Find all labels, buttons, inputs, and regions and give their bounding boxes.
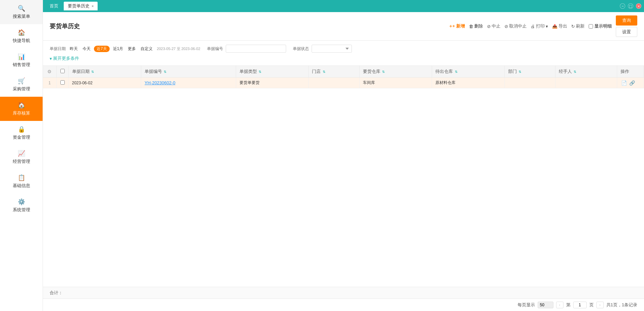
print-button[interactable]: 🖨 打印 ▾ — [531, 23, 548, 29]
table-header-row: ⚙ 单据日期 ⇅ 单据编号 ⇅ — [43, 66, 644, 78]
per-page-select[interactable]: 50 10 20 100 — [538, 302, 553, 308]
sidebar-item-finance-mgmt[interactable]: 🔒 资金管理 — [0, 121, 43, 145]
chart-icon: 📊 — [18, 53, 25, 60]
doc-number-filter-section: 单据编号 — [207, 45, 286, 53]
th-pending-warehouse[interactable]: 待出仓库 ⇅ — [432, 66, 505, 78]
doc-number-input[interactable] — [226, 45, 286, 53]
row-doc-number[interactable]: YH-20230602-0 — [141, 78, 236, 88]
filter-area: 单据日期 昨天 今天 近7天 近1月 更多 自定义 2023-05-27 至 2… — [43, 41, 644, 66]
sidebar-item-sales-mgmt[interactable]: 📊 销售管理 — [0, 48, 43, 73]
row-operations: 📄 🔗 — [617, 78, 644, 88]
total-label: 共1页，1条记录 — [606, 302, 637, 308]
tab-close-icon[interactable]: × — [92, 4, 94, 8]
table-row: 1 2023-06-02 YH-20230602-0 要货单要货 车间库 原材料… — [43, 78, 644, 88]
sidebar-item-label: 库存核算 — [13, 110, 30, 116]
th-doc-date[interactable]: 单据日期 ⇅ — [68, 66, 141, 78]
filter-row: 单据日期 昨天 今天 近7天 近1月 更多 自定义 2023-05-27 至 2… — [50, 45, 637, 53]
chevron-down-icon: ▾ — [50, 56, 52, 61]
row-doc-type: 要货单要货 — [236, 78, 309, 88]
page-suffix-label: 页 — [589, 302, 594, 308]
page-number-input[interactable] — [573, 302, 587, 308]
gear-icon: ⚙️ — [18, 198, 25, 206]
doc-number-label: 单据编号 — [207, 46, 223, 52]
row-view-button[interactable]: 📄 — [621, 80, 627, 86]
row-store — [309, 78, 359, 88]
date-filter-label: 单据日期 — [50, 46, 66, 52]
sidebar-item-label: 经营管理 — [13, 159, 30, 165]
th-settings[interactable]: ⚙ — [43, 66, 56, 78]
sidebar-item-basic-info[interactable]: 📋 基础信息 — [0, 169, 43, 193]
row-link-button[interactable]: 🔗 — [629, 80, 635, 86]
sidebar-item-quick-nav[interactable]: 🏠 快捷导航 — [0, 24, 43, 48]
doc-status-select[interactable] — [312, 45, 352, 53]
show-detail-checkbox[interactable] — [589, 24, 593, 29]
tab-home-label: 首页 — [50, 3, 58, 9]
summary-label: 合计： — [50, 290, 63, 296]
sidebar-item-label: 系统管理 — [13, 207, 30, 213]
th-handler[interactable]: 经手人 ⇅ — [555, 66, 617, 78]
sidebar-item-inventory[interactable]: 🏠 库存核算 — [0, 97, 43, 121]
select-all-checkbox[interactable] — [60, 69, 65, 73]
sidebar-item-label: 资金管理 — [13, 134, 30, 140]
print-icon: 🖨 — [531, 24, 535, 29]
th-checkbox[interactable] — [56, 66, 68, 78]
warehouse-icon: 🏠 — [18, 101, 25, 109]
date-option-last-month[interactable]: 近1月 — [112, 46, 125, 52]
th-store[interactable]: 门店 ⇅ — [309, 66, 359, 78]
lock-icon: 🔒 — [18, 126, 25, 133]
sidebar-item-search-menu[interactable]: 🔍 搜索菜单 — [0, 0, 43, 24]
stop-button[interactable]: ⊘ 中止 — [487, 23, 500, 29]
show-detail-toggle[interactable]: 显示明细 — [589, 23, 612, 29]
new-button[interactable]: ＋ + 新增 — [448, 23, 465, 29]
th-doc-number[interactable]: 单据编号 ⇅ — [141, 66, 236, 78]
delete-button[interactable]: 🗑 删除 — [469, 23, 483, 29]
first-page-label: 第 — [566, 302, 571, 308]
settings-icon: ⚙ — [47, 69, 52, 74]
date-option-more[interactable]: 更多 — [126, 46, 137, 52]
sort-icon: ⇅ — [455, 70, 458, 74]
sidebar-item-label: 快捷导航 — [13, 38, 30, 44]
sidebar-item-label: 搜索菜单 — [13, 13, 30, 19]
maximize-button[interactable]: □ — [628, 3, 633, 9]
sidebar-item-purchase-mgmt[interactable]: 🛒 采购管理 — [0, 73, 43, 97]
settings-button[interactable]: 设置 — [616, 27, 637, 37]
tab-requisition-history[interactable]: 要货单历史 × — [64, 2, 98, 10]
th-doc-type[interactable]: 单据类型 ⇅ — [236, 66, 309, 78]
summary-bar: 合计： — [43, 287, 644, 299]
sort-icon: ⇅ — [259, 70, 261, 74]
sidebar-item-ops-mgmt[interactable]: 📈 经营管理 — [0, 145, 43, 169]
row-checkbox[interactable] — [60, 80, 65, 85]
pagination-bar: 每页显示 50 10 20 100 ‹ 第 页 › 共1页，1条记录 — [43, 299, 644, 311]
expand-more-button[interactable]: ▾ 展开更多条件 — [50, 55, 637, 61]
tab-bar: 首页 要货单历史 × － □ × — [43, 0, 644, 12]
table-container: ⚙ 单据日期 ⇅ 单据编号 ⇅ — [43, 66, 644, 287]
sidebar-item-sys-mgmt[interactable]: ⚙️ 系统管理 — [0, 193, 43, 218]
refresh-button[interactable]: ↻ 刷新 — [571, 23, 585, 29]
th-department[interactable]: 部门 ⇅ — [504, 66, 555, 78]
row-checkbox-cell[interactable] — [56, 78, 68, 88]
date-option-custom[interactable]: 自定义 — [139, 46, 154, 52]
tab-home[interactable]: 首页 — [46, 2, 62, 10]
sort-icon: ⇅ — [323, 70, 325, 74]
row-index: 1 — [43, 78, 56, 88]
cancel-stop-button[interactable]: ⊘ 取消中止 — [504, 23, 527, 29]
query-button[interactable]: 查询 — [616, 15, 637, 26]
date-option-today[interactable]: 今天 — [81, 46, 92, 52]
window-controls: － □ × — [620, 3, 641, 9]
th-req-warehouse[interactable]: 要货仓库 ⇅ — [359, 66, 432, 78]
next-page-button[interactable]: › — [596, 302, 604, 308]
minimize-button[interactable]: － — [620, 3, 625, 9]
date-option-yesterday[interactable]: 昨天 — [68, 46, 79, 52]
export-button[interactable]: 📤 导出 — [552, 23, 567, 29]
ops-icon: 📈 — [18, 150, 25, 157]
delete-icon: 🗑 — [469, 24, 473, 29]
tab-requisition-label: 要货单历史 — [68, 3, 90, 9]
date-option-last7days[interactable]: 近7天 — [94, 46, 110, 52]
sort-icon: ⇅ — [382, 70, 385, 74]
sort-icon: ⇅ — [164, 70, 166, 74]
sidebar-item-label: 基础信息 — [13, 183, 30, 189]
cart-icon: 🛒 — [18, 77, 25, 85]
prev-page-button[interactable]: ‹ — [556, 302, 564, 308]
close-button[interactable]: × — [636, 3, 641, 9]
home-icon: 🏠 — [18, 29, 25, 36]
